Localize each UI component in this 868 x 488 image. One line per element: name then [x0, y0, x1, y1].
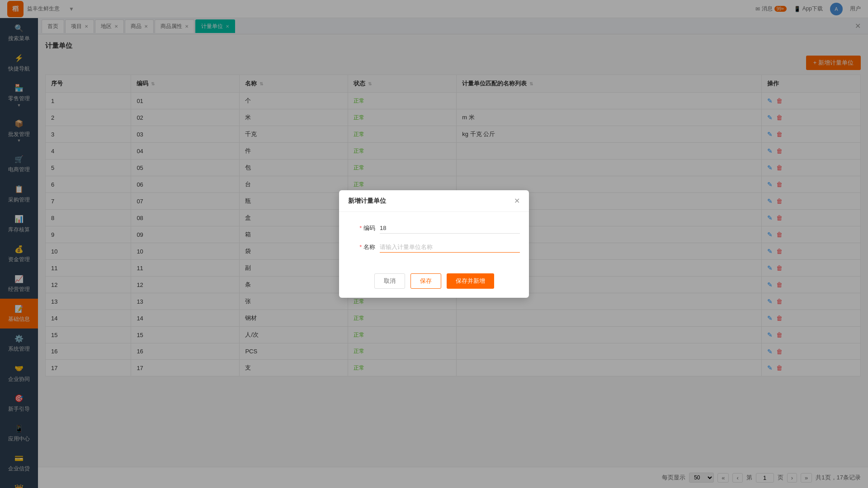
add-measure-unit-modal: 新增计量单位 ✕ 编码 名称 取消 保存 保存并新增 [339, 190, 529, 298]
modal-title: 新增计量单位 [348, 197, 386, 205]
modal-header: 新增计量单位 ✕ [339, 190, 529, 212]
name-input[interactable] [380, 242, 520, 253]
modal-body: 编码 名称 [339, 212, 529, 268]
cancel-button[interactable]: 取消 [374, 273, 405, 289]
name-label: 名称 [348, 243, 375, 251]
modal-close-button[interactable]: ✕ [514, 197, 520, 205]
save-and-new-button[interactable]: 保存并新增 [447, 273, 494, 289]
modal-overlay: 新增计量单位 ✕ 编码 名称 取消 保存 保存并新增 [0, 0, 868, 488]
save-button[interactable]: 保存 [410, 273, 441, 289]
code-label: 编码 [348, 224, 375, 232]
name-form-row: 名称 [348, 242, 520, 253]
code-form-row: 编码 [348, 223, 520, 234]
modal-footer: 取消 保存 保存并新增 [339, 268, 529, 298]
code-input[interactable] [380, 223, 520, 234]
